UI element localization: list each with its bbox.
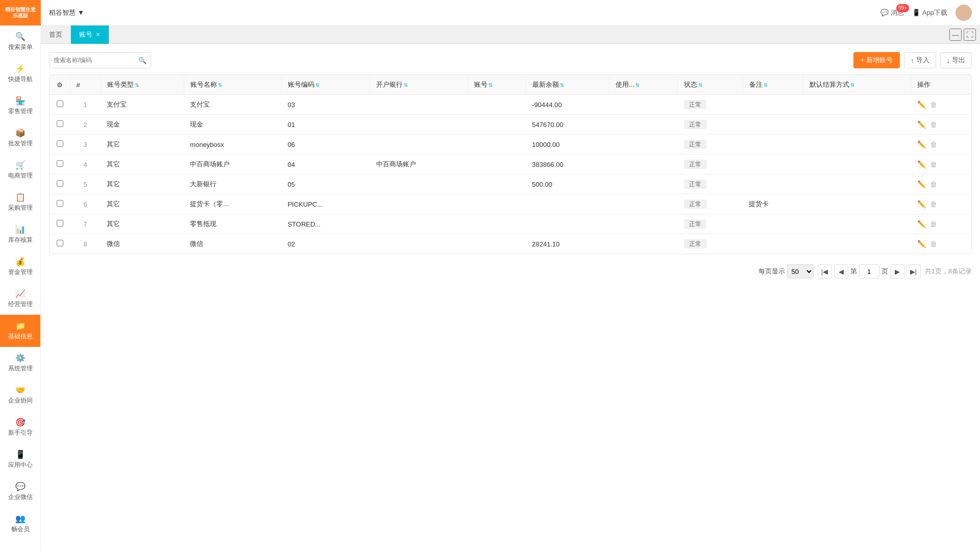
sidebar-item-search-menu[interactable]: 🔍 搜索菜单 [0, 26, 40, 58]
sort-icon-type: ⇅ [135, 82, 139, 88]
col-name[interactable]: 账号名称⇅ [184, 75, 281, 95]
edit-button[interactable]: ✏️ [917, 180, 926, 188]
row-checkbox[interactable] [50, 174, 70, 194]
member-club-icon: 👥 [15, 514, 26, 523]
sidebar-item-basic-info[interactable]: 📁 基础信息 [0, 315, 40, 347]
edit-button[interactable]: ✏️ [917, 101, 926, 109]
delete-button[interactable]: 🗑 [930, 200, 937, 208]
col-type[interactable]: 账号类型⇅ [101, 75, 184, 95]
row-num: 3 [70, 135, 101, 155]
row-name: 零售抵现 [184, 214, 281, 234]
row-usage [609, 234, 678, 254]
row-settlement [803, 155, 911, 174]
page-size-select[interactable]: 50 100 200 [787, 264, 814, 279]
table-row: 2 现金 现金 01 547670.00 正常 ✏️ 🗑 [50, 115, 971, 135]
page-number-input[interactable] [859, 264, 879, 279]
row-actions: ✏️ 🗑 [911, 174, 971, 194]
search-input[interactable] [54, 57, 135, 64]
page-first-button[interactable]: |◀ [818, 264, 832, 279]
col-bank[interactable]: 开户银行⇅ [370, 75, 468, 95]
edit-button[interactable]: ✏️ [917, 140, 926, 148]
row-checkbox[interactable] [50, 95, 70, 115]
row-checkbox[interactable] [50, 155, 70, 174]
delete-button[interactable]: 🗑 [930, 160, 937, 168]
row-status: 正常 [678, 214, 743, 234]
edit-button[interactable]: ✏️ [917, 120, 926, 129]
delete-button[interactable]: 🗑 [930, 180, 937, 188]
row-status: 正常 [678, 174, 743, 194]
col-code[interactable]: 账号编码⇅ [281, 75, 370, 95]
store-selector[interactable]: 稻谷智慧 ▼ [49, 8, 84, 17]
logo-line2: 乐惠版 [5, 13, 36, 19]
sidebar-item-label: 搜索菜单 [8, 43, 33, 52]
tab-minimize-button[interactable]: — [949, 29, 962, 41]
sidebar-item-new-guide[interactable]: 🎯 新手引导 [0, 411, 40, 443]
col-usage[interactable]: 使用...⇅ [609, 75, 678, 95]
row-balance [526, 214, 609, 234]
sidebar-item-operations-mgmt[interactable]: 📈 经营管理 [0, 283, 40, 315]
edit-button[interactable]: ✏️ [917, 200, 926, 208]
row-code: 06 [281, 135, 370, 155]
main-area: 稻谷智慧 ▼ 💬 消息 99+ 📱 App下载 首页 账号 ✕ — [41, 0, 980, 551]
app-download-label: App下载 [922, 8, 947, 17]
delete-button[interactable]: 🗑 [930, 240, 937, 248]
row-checkbox[interactable] [50, 234, 70, 254]
row-status: 正常 [678, 95, 743, 115]
sidebar-item-inventory-calc[interactable]: 📊 库存核算 [0, 218, 40, 251]
sidebar-item-enterprise-wechat[interactable]: 💬 企业微信 [0, 475, 40, 508]
sidebar-item-finance-mgmt[interactable]: 💰 资金管理 [0, 251, 40, 283]
row-note [743, 135, 803, 155]
sidebar-item-app-center[interactable]: 📱 应用中心 [0, 443, 40, 475]
message-button[interactable]: 💬 消息 99+ [880, 8, 904, 17]
user-avatar[interactable] [955, 5, 972, 21]
add-account-button[interactable]: + 新增账号 [853, 52, 900, 68]
row-checkbox[interactable] [50, 135, 70, 155]
row-status: 正常 [678, 194, 743, 214]
edit-button[interactable]: ✏️ [917, 160, 926, 168]
sidebar-item-wholesale-mgmt[interactable]: 📦 批发管理 [0, 122, 40, 154]
sidebar-item-enterprise-agreement[interactable]: 🤝 企业协同 [0, 379, 40, 411]
col-account[interactable]: 账号⇅ [468, 75, 526, 95]
col-balance[interactable]: 最新余额⇅ [526, 75, 609, 95]
edit-button[interactable]: ✏️ [917, 240, 926, 248]
delete-button[interactable]: 🗑 [930, 140, 937, 148]
app-download-button[interactable]: 📱 App下载 [912, 8, 947, 17]
col-settings[interactable]: ⚙ [50, 75, 70, 95]
sidebar-item-retail-mgmt[interactable]: 🏪 零售管理 [0, 90, 40, 122]
edit-button[interactable]: ✏️ [917, 220, 926, 228]
page-next-button[interactable]: ▶ [890, 264, 904, 279]
delete-button[interactable]: 🗑 [930, 220, 937, 228]
row-checkbox[interactable] [50, 194, 70, 214]
tab-home[interactable]: 首页 [41, 26, 71, 44]
row-account [468, 214, 526, 234]
page-last-button[interactable]: ▶| [906, 264, 921, 279]
row-type: 其它 [101, 135, 184, 155]
page-prev-button[interactable]: ◀ [834, 264, 848, 279]
col-settlement[interactable]: 默认结算方式⇅ [803, 75, 911, 95]
page-nav: |◀ ◀ 第 页 ▶ ▶| [818, 264, 921, 279]
export-button[interactable]: ↓ 导出 [940, 52, 972, 68]
page-label: 第 [850, 267, 857, 276]
tab-expand-button[interactable]: ⛶ [964, 29, 976, 41]
row-checkbox[interactable] [50, 115, 70, 135]
delete-button[interactable]: 🗑 [930, 120, 937, 129]
sidebar-item-member-club[interactable]: 👥 畅会员 [0, 508, 40, 540]
row-code: 05 [281, 174, 370, 194]
sidebar-item-purchase-mgmt[interactable]: 📋 采购管理 [0, 186, 40, 218]
row-checkbox[interactable] [50, 214, 70, 234]
sort-icon-account: ⇅ [488, 82, 493, 88]
search-menu-icon: 🔍 [15, 32, 26, 41]
tab-account[interactable]: 账号 ✕ [71, 26, 109, 44]
delete-button[interactable]: 🗑 [930, 101, 937, 109]
row-actions: ✏️ 🗑 [911, 135, 971, 155]
sort-icon-balance: ⇅ [560, 82, 564, 88]
col-note[interactable]: 备注⇅ [743, 75, 803, 95]
col-status[interactable]: 状态⇅ [678, 75, 743, 95]
sidebar-item-ecommerce-mgmt[interactable]: 🛒 电商管理 [0, 154, 40, 186]
sidebar-item-system-mgmt[interactable]: ⚙️ 系统管理 [0, 347, 40, 379]
logo-line1: 稻谷智慧生意 [5, 7, 36, 13]
sort-icon-status: ⇅ [698, 82, 702, 88]
tab-account-close[interactable]: ✕ [95, 31, 101, 38]
sidebar-item-quick-nav[interactable]: ⚡ 快捷导航 [0, 58, 40, 90]
import-button[interactable]: ↑ 导入 [904, 52, 936, 68]
